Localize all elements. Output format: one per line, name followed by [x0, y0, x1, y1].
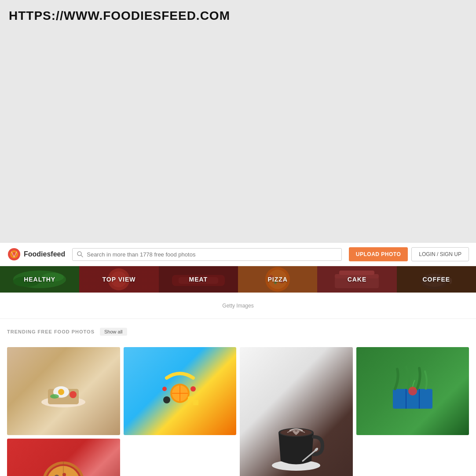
trending-header: TRENDING FREE FOOD PHOTOS Show all — [7, 328, 469, 336]
category-meat-label: MEAT — [189, 276, 208, 283]
svg-point-25 — [58, 389, 64, 395]
search-input[interactable] — [87, 251, 337, 258]
category-cake[interactable]: CAKE — [317, 266, 396, 293]
svg-rect-19 — [339, 271, 374, 275]
category-healthy-label: HEALTHY — [24, 276, 55, 283]
svg-point-45 — [408, 387, 417, 395]
photo-pizza2[interactable] — [7, 439, 120, 476]
svg-point-27 — [50, 394, 59, 399]
getty-text: Getty Images — [222, 303, 253, 309]
category-coffee[interactable]: COFFEE — [397, 266, 476, 293]
logo-link[interactable]: Foodiesfeed — [7, 247, 65, 261]
category-topview[interactable]: TOP VIEW — [79, 266, 158, 293]
pizza2-illustration — [37, 456, 90, 476]
category-cake-label: CAKE — [348, 276, 367, 283]
url-text: HTTPS://WWW.FOODIESFEED.COM — [9, 9, 230, 22]
upload-button[interactable]: UPLOAD PHOTO — [349, 247, 408, 261]
photo-eggs[interactable] — [7, 347, 120, 435]
search-bar — [72, 248, 342, 261]
photo-grid — [0, 347, 476, 476]
gray-space — [0, 32, 476, 243]
photo-veggies[interactable] — [356, 347, 469, 435]
svg-point-34 — [162, 387, 167, 391]
category-healthy[interactable]: HEALTHY — [0, 266, 79, 293]
show-all-button[interactable]: Show all — [100, 328, 127, 336]
svg-point-32 — [163, 396, 170, 403]
login-button[interactable]: LOGIN / SIGN UP — [411, 247, 469, 261]
search-icon — [77, 251, 83, 257]
category-pizza-label: PIZZA — [267, 276, 287, 283]
category-topview-label: TOP VIEW — [103, 276, 136, 283]
coffee-cup-illustration — [265, 393, 327, 476]
category-nav: HEALTHY TOP VIEW MEAT — [0, 266, 476, 293]
category-meat[interactable]: MEAT — [159, 266, 238, 293]
logo-icon — [7, 247, 21, 261]
fruits-illustration — [154, 365, 206, 417]
site-header: Foodiesfeed UPLOAD PHOTO LOGIN / SIGN UP — [0, 243, 476, 266]
svg-point-26 — [70, 391, 77, 398]
header-buttons: UPLOAD PHOTO LOGIN / SIGN UP — [349, 247, 469, 261]
logo-text: Foodiesfeed — [24, 250, 65, 258]
photo-fruits[interactable] — [124, 347, 237, 435]
site-container: Foodiesfeed UPLOAD PHOTO LOGIN / SIGN UP — [0, 243, 476, 476]
trending-title: TRENDING FREE FOOD PHOTOS — [7, 329, 95, 334]
url-bar: HTTPS://WWW.FOODIESFEED.COM — [0, 0, 476, 32]
veggies-illustration — [386, 365, 439, 417]
svg-point-33 — [190, 386, 196, 392]
category-coffee-label: COFFEE — [422, 276, 450, 283]
svg-rect-36 — [193, 400, 198, 405]
photo-coffee-cup[interactable] — [240, 347, 353, 476]
svg-line-4 — [81, 255, 83, 257]
category-pizza[interactable]: PIZZA — [238, 266, 317, 293]
trending-section: TRENDING FREE FOOD PHOTOS Show all — [0, 319, 476, 347]
eggs-illustration — [37, 365, 90, 417]
svg-rect-35 — [188, 396, 193, 402]
getty-banner: Getty Images — [0, 293, 476, 319]
